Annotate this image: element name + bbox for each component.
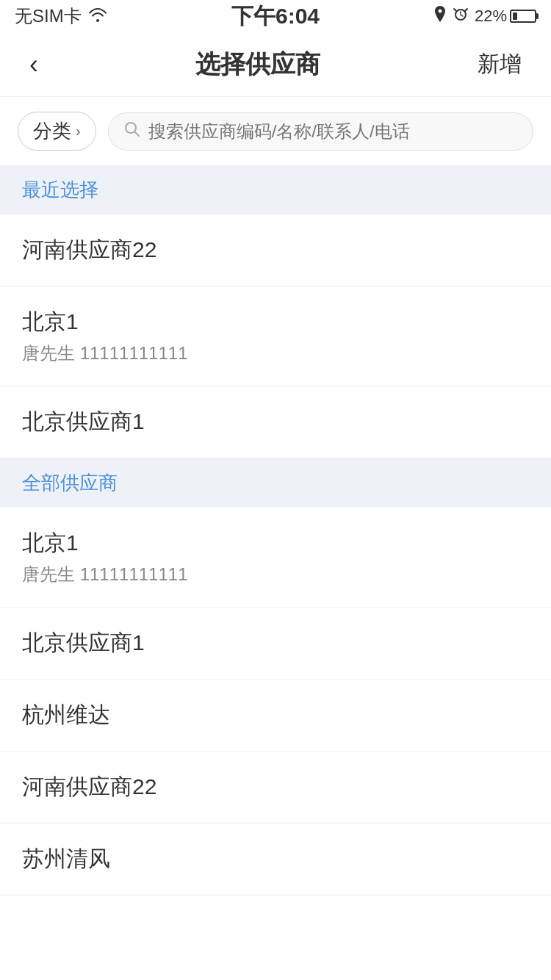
all-list-item[interactable]: 河南供应商22 [0, 752, 551, 824]
item-name: 河南供应商22 [22, 235, 529, 265]
recent-section-label: 最近选择 [22, 179, 98, 201]
wifi-icon [87, 6, 108, 26]
item-name: 河南供应商22 [22, 772, 529, 802]
battery-box [510, 10, 536, 23]
item-name: 北京供应商1 [22, 628, 529, 658]
carrier-text: 无SIM卡 [15, 4, 82, 28]
status-time: 下午6:04 [231, 1, 320, 32]
nav-bar: ‹ 选择供应商 新增 [0, 32, 551, 97]
battery-text: 22% [475, 7, 507, 26]
search-input[interactable] [148, 121, 518, 142]
status-left: 无SIM卡 [15, 4, 108, 28]
back-button[interactable]: ‹ [22, 42, 46, 87]
item-name: 北京1 [22, 528, 529, 558]
item-name: 北京供应商1 [22, 407, 529, 437]
all-list-item[interactable]: 杭州维达 [0, 680, 551, 752]
alarm-icon [453, 6, 469, 26]
nav-title: 选择供应商 [195, 48, 320, 82]
item-name: 北京1 [22, 307, 529, 337]
item-name: 苏州清风 [22, 844, 529, 874]
item-name: 杭州维达 [22, 700, 529, 730]
all-section-label: 全部供应商 [22, 472, 118, 494]
all-section-header: 全部供应商 [0, 458, 551, 508]
battery-fill [513, 12, 517, 20]
all-list-item[interactable]: 北京供应商1 [0, 608, 551, 680]
category-filter-button[interactable]: 分类 › [18, 112, 96, 151]
search-box[interactable] [108, 112, 533, 151]
all-list-item[interactable]: 北京1唐先生 11111111111 [0, 508, 551, 608]
all-list: 北京1唐先生 11111111111北京供应商1杭州维达河南供应商22苏州清风 [0, 508, 551, 896]
new-button[interactable]: 新增 [470, 42, 529, 87]
status-bar: 无SIM卡 下午6:04 22% [0, 0, 551, 32]
all-list-item[interactable]: 苏州清风 [0, 824, 551, 896]
item-sub: 唐先生 11111111111 [22, 342, 529, 365]
recent-list-item[interactable]: 北京1唐先生 11111111111 [0, 287, 551, 386]
recent-list: 河南供应商22北京1唐先生 11111111111北京供应商1 [0, 215, 551, 458]
status-right: 22% [433, 6, 536, 26]
item-sub: 唐先生 11111111111 [22, 563, 529, 586]
filter-bar: 分类 › [0, 97, 551, 165]
chevron-right-icon: › [76, 123, 81, 140]
category-label: 分类 [33, 118, 71, 144]
battery-indicator: 22% [475, 7, 536, 26]
recent-list-item[interactable]: 河南供应商22 [0, 215, 551, 287]
recent-section-header: 最近选择 [0, 165, 551, 215]
search-icon [123, 120, 141, 143]
location-icon [433, 6, 447, 26]
recent-list-item[interactable]: 北京供应商1 [0, 386, 551, 458]
